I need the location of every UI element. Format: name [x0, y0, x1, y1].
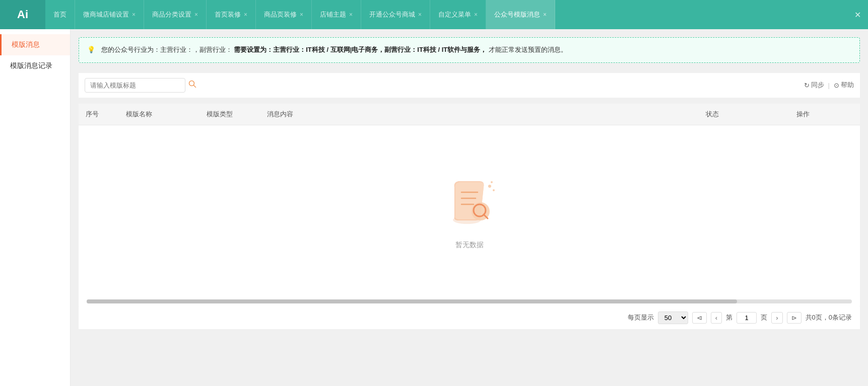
page-label: 页	[761, 313, 767, 322]
page-number-input[interactable]	[737, 312, 757, 324]
search-area	[85, 78, 196, 93]
table-header-status: 状态	[699, 104, 789, 125]
help-icon: ⊙	[834, 82, 839, 89]
nav-tab-close-shoptheme[interactable]: ×	[349, 11, 353, 18]
sidebar: 模版消息模版消息记录	[0, 29, 71, 386]
search-icon	[188, 80, 196, 88]
nav-tab-home[interactable]: 首页	[45, 0, 75, 29]
per-page-label: 每页显示	[628, 313, 654, 322]
nav-tab-close-productpage[interactable]: ×	[300, 11, 303, 18]
main-content: 💡 您的公众号行业为：主营行业：，副营行业： 需要设置为：主营行业：IT科技 /…	[71, 29, 868, 386]
sidebar-item-template-log[interactable]: 模版消息记录	[0, 55, 70, 76]
logo-text: Ai	[17, 8, 28, 21]
nav-tab-templatemsg[interactable]: 公众号模版消息×	[486, 0, 555, 29]
alert-icon: 💡	[87, 46, 95, 53]
sidebar-item-template-msg[interactable]: 模版消息	[0, 34, 70, 55]
search-input[interactable]	[85, 78, 185, 93]
nav-tab-close-homepage[interactable]: ×	[244, 11, 247, 18]
prev-page-button[interactable]: ‹	[711, 312, 722, 324]
last-page-button[interactable]: ⊳	[787, 312, 802, 324]
nav-tab-category[interactable]: 商品分类设置×	[144, 0, 207, 29]
nav-tab-close-templatemsg[interactable]: ×	[543, 11, 547, 18]
horizontal-scrollbar[interactable]	[87, 299, 852, 303]
next-page-button[interactable]: ›	[771, 312, 782, 324]
page-container: 模版消息模版消息记录 💡 您的公众号行业为：主营行业：，副营行业： 需要设置为：…	[0, 29, 868, 386]
nav-tab-shoptheme[interactable]: 店铺主题×	[312, 0, 361, 29]
alert-highlight: 需要设置为：主营行业：IT科技 / 互联网|电子商务，副营行业：IT科技 / I…	[234, 46, 487, 53]
page-di-label: 第	[726, 313, 732, 322]
nav-tab-productpage[interactable]: 商品页装修×	[256, 0, 312, 29]
nav-tab-close-custommenu[interactable]: ×	[474, 11, 478, 18]
table-header-action: 操作	[789, 104, 860, 125]
svg-point-10	[493, 189, 495, 191]
empty-illustration	[439, 172, 500, 233]
toolbar: ↻ 同步 | ⊙ 帮助	[79, 73, 860, 98]
nav-tab-custommenu[interactable]: 自定义菜单×	[430, 0, 486, 29]
sync-icon: ↻	[804, 82, 810, 89]
svg-line-1	[194, 86, 196, 88]
help-button[interactable]: ⊙ 帮助	[834, 81, 854, 90]
toolbar-right: ↻ 同步 | ⊙ 帮助	[804, 81, 854, 90]
per-page-select[interactable]: 50 20 100	[658, 312, 688, 324]
scrollbar-area[interactable]	[79, 296, 860, 306]
nav-tab-close-weshop[interactable]: ×	[132, 11, 136, 18]
total-info: 共0页，0条记录	[806, 313, 852, 322]
svg-point-9	[488, 185, 491, 188]
scrollbar-thumb	[87, 299, 737, 303]
help-label: 帮助	[841, 81, 854, 90]
top-nav: Ai 首页微商城店铺设置×商品分类设置×首页装修×商品页装修×店铺主题×开通公众…	[0, 0, 868, 29]
empty-text: 暂无数据	[455, 241, 484, 250]
divider: |	[828, 82, 830, 89]
nav-tab-openstore[interactable]: 开通公众号商城×	[361, 0, 430, 29]
pagination: 每页显示 50 20 100 ⊲ ‹ 第 页 › ⊳ 共0页，0条记录	[79, 306, 860, 329]
table-body: 暂无数据	[79, 125, 860, 296]
nav-tab-close-openstore[interactable]: ×	[418, 11, 422, 18]
close-all-button[interactable]: ✕	[847, 0, 868, 29]
search-button[interactable]	[188, 80, 196, 90]
table-header-index: 序号	[79, 104, 119, 125]
nav-tabs: 首页微商城店铺设置×商品分类设置×首页装修×商品页装修×店铺主题×开通公众号商城…	[45, 0, 847, 29]
sync-label: 同步	[811, 81, 824, 90]
alert-suffix: 才能正常发送预置的消息。	[489, 46, 567, 53]
logo: Ai	[0, 0, 45, 29]
table-header-type: 模版类型	[199, 104, 260, 125]
nav-tab-weshop[interactable]: 微商城店铺设置×	[75, 0, 144, 29]
alert-box: 💡 您的公众号行业为：主营行业：，副营行业： 需要设置为：主营行业：IT科技 /…	[79, 37, 860, 63]
table-header: 序号模版名称模版类型消息内容状态操作	[79, 104, 860, 125]
sync-button[interactable]: ↻ 同步	[804, 81, 824, 90]
table-header-name: 模版名称	[119, 104, 199, 125]
alert-prefix: 您的公众号行业为：主营行业：，副营行业：	[101, 46, 232, 53]
nav-tab-close-category[interactable]: ×	[194, 11, 198, 18]
data-table: 序号模版名称模版类型消息内容状态操作	[79, 104, 860, 306]
nav-tab-homepage[interactable]: 首页装修×	[207, 0, 256, 29]
first-page-button[interactable]: ⊲	[692, 312, 707, 324]
svg-point-11	[491, 181, 493, 183]
table-header-content: 消息内容	[260, 104, 699, 125]
